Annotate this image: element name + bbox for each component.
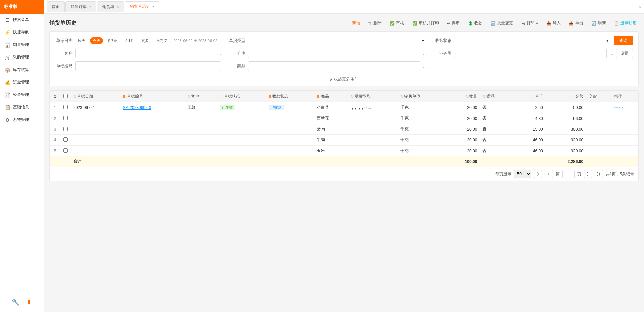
cell-checkbox[interactable]: [60, 124, 71, 135]
sidebar-item-label: 采购管理: [13, 54, 29, 60]
customer-input[interactable]: [75, 49, 214, 58]
sort-icon[interactable]: ⇅: [187, 95, 190, 98]
summary-label: 合计:: [71, 156, 446, 167]
audit-button[interactable]: ✅ 审核: [388, 19, 406, 27]
setting-button[interactable]: 设置: [616, 49, 633, 58]
customer-dots[interactable]: ...: [217, 51, 221, 56]
sidebar-collapse-icon[interactable]: ⏸: [26, 298, 32, 306]
collect-button[interactable]: 💲 收款: [466, 19, 484, 27]
sort-icon[interactable]: ⇅: [465, 95, 468, 98]
sort-icon[interactable]: ⇅: [482, 95, 485, 98]
query-button[interactable]: 查询: [614, 36, 633, 45]
sort-icon[interactable]: ⇅: [269, 95, 271, 98]
cell-checkbox[interactable]: [60, 146, 71, 156]
sidebar-item-base-info[interactable]: 📋 基础信息: [0, 101, 44, 113]
cell-spec-type: [347, 113, 397, 124]
date-chip-today[interactable]: 今天: [90, 37, 103, 44]
per-page-select[interactable]: 20 50 100: [514, 170, 531, 178]
sidebar-item-inventory[interactable]: 🏠 库存核算: [0, 63, 44, 76]
sidebar-item-system-mgmt[interactable]: ⚙ 系统管理: [0, 113, 44, 126]
table-scroll[interactable]: ⚙ ⇅ 单据日期 ⇅ 单据编号: [50, 91, 638, 167]
warehouse-dots[interactable]: ...: [423, 51, 427, 56]
import-button[interactable]: 📥 导入: [544, 19, 563, 27]
tab-sales-order-close[interactable]: ×: [89, 5, 91, 9]
audit-print-button[interactable]: ✅ 审核并打印: [410, 19, 441, 27]
goods-dots[interactable]: ...: [423, 63, 427, 69]
goods-input[interactable]: [248, 61, 420, 71]
sidebar-settings-icon[interactable]: 🔧: [12, 298, 19, 306]
date-chip-custom[interactable]: 自定义: [153, 37, 170, 44]
last-page-button[interactable]: ⟩⟩: [595, 170, 603, 178]
sort-icon[interactable]: ⇅: [400, 95, 403, 98]
row-checkbox[interactable]: [63, 137, 68, 142]
tab-sales-goods-close[interactable]: ×: [117, 5, 119, 9]
doc-type-select[interactable]: ▾: [248, 36, 427, 45]
sort-icon[interactable]: ⇅: [123, 95, 125, 98]
audit-print-icon: ✅: [412, 21, 417, 26]
sort-icon[interactable]: ⇅: [531, 95, 534, 98]
row-checkbox[interactable]: [63, 116, 68, 120]
date-chip-1month[interactable]: 近1月: [122, 37, 137, 44]
cell-checkbox[interactable]: [60, 135, 71, 146]
print-button[interactable]: 🖨 打印 ▾: [519, 19, 540, 27]
tab-sales-order[interactable]: 销售订单 ×: [65, 1, 96, 12]
cell-operation: [612, 124, 638, 135]
col-settings[interactable]: ⚙: [50, 91, 60, 102]
warehouse-input[interactable]: [248, 49, 420, 58]
sidebar-item-purchase-mgmt[interactable]: 🛒 采购管理: [0, 51, 44, 63]
window-close-button[interactable]: ×: [639, 4, 641, 9]
col-amount-label: 金额: [575, 94, 583, 99]
row-checkbox[interactable]: [63, 105, 68, 109]
prev-page-button[interactable]: ⟨: [545, 170, 553, 178]
cell-checkbox[interactable]: [60, 102, 71, 113]
salesperson-dots[interactable]: ...: [609, 51, 613, 56]
summary-price-empty: [513, 156, 546, 167]
row-checkbox[interactable]: [63, 148, 68, 153]
op-more[interactable]: ⋯: [619, 105, 623, 110]
select-all-checkbox[interactable]: [63, 94, 68, 98]
cell-doc-date: [71, 124, 120, 135]
tab-sales-history-close[interactable]: ×: [153, 5, 155, 8]
import-icon: 📥: [546, 21, 551, 26]
filter-collapse[interactable]: ∧ 收起更多条件: [55, 74, 633, 82]
sidebar-item-operation-mgmt[interactable]: 📈 经营管理: [0, 88, 44, 101]
sidebar-item-finance-mgmt[interactable]: 💰 资金管理: [0, 76, 44, 88]
delete-button[interactable]: 🗑 删除: [366, 19, 384, 27]
op-edit[interactable]: ✏: [614, 105, 618, 110]
sort-icon[interactable]: ⇅: [317, 95, 319, 98]
tab-sales-goods[interactable]: 销货单 ×: [97, 1, 124, 12]
tab-home[interactable]: 首页: [47, 1, 65, 12]
filter-customer: 客户 ...: [55, 49, 221, 58]
export-button[interactable]: 📤 导出: [567, 19, 585, 27]
sort-icon[interactable]: ⇅: [220, 95, 223, 98]
sidebar-item-search-menu[interactable]: ☰ 搜索菜单: [0, 14, 44, 26]
date-chip-yesterday[interactable]: 昨天: [75, 37, 88, 44]
cell-unit-price: 46.00: [513, 146, 546, 156]
date-range-text: 2023-06-02 至 2023-06-02: [173, 38, 217, 43]
table-settings-icon[interactable]: ⚙: [53, 94, 57, 99]
new-button[interactable]: + 新增: [346, 19, 362, 27]
row-checkbox[interactable]: [63, 127, 68, 131]
audit-print-label: 审核并打印: [419, 20, 439, 26]
salesperson-input[interactable]: [454, 49, 607, 58]
sort-icon[interactable]: ⇅: [350, 95, 353, 98]
date-chip-7days[interactable]: 近7天: [105, 37, 120, 44]
next-page-button[interactable]: ⟩: [584, 170, 592, 178]
sidebar-item-quick-nav[interactable]: ⚡ 快捷导航: [0, 26, 44, 38]
tab-sales-history[interactable]: 销货单历史 ×: [125, 1, 160, 12]
tab-bar: 首页 销售订单 × 销货单 × 销货单历史 × ×: [44, 0, 644, 14]
doc-no-input[interactable]: [75, 61, 221, 71]
date-chip-more[interactable]: 更多: [139, 37, 151, 44]
cell-quantity: 20.00: [446, 135, 480, 146]
sort-icon[interactable]: ⇅: [73, 95, 76, 98]
first-page-button[interactable]: ⟨⟨: [534, 170, 542, 178]
page-number-input[interactable]: 1: [562, 170, 575, 178]
refresh-button[interactable]: 🔄 刷新: [589, 19, 608, 27]
payment-status-select[interactable]: ▾: [454, 36, 611, 45]
sidebar-item-sales-mgmt[interactable]: 📊 销售管理: [0, 38, 44, 51]
discard-button[interactable]: ↩ 弃审: [445, 19, 462, 27]
doc-no-link[interactable]: SA-20230602-0: [123, 105, 151, 110]
show-detail-button[interactable]: 📋 显示明细: [612, 19, 639, 27]
cell-checkbox[interactable]: [60, 113, 71, 124]
batch-change-button[interactable]: 🔄 批量变更: [488, 19, 515, 27]
